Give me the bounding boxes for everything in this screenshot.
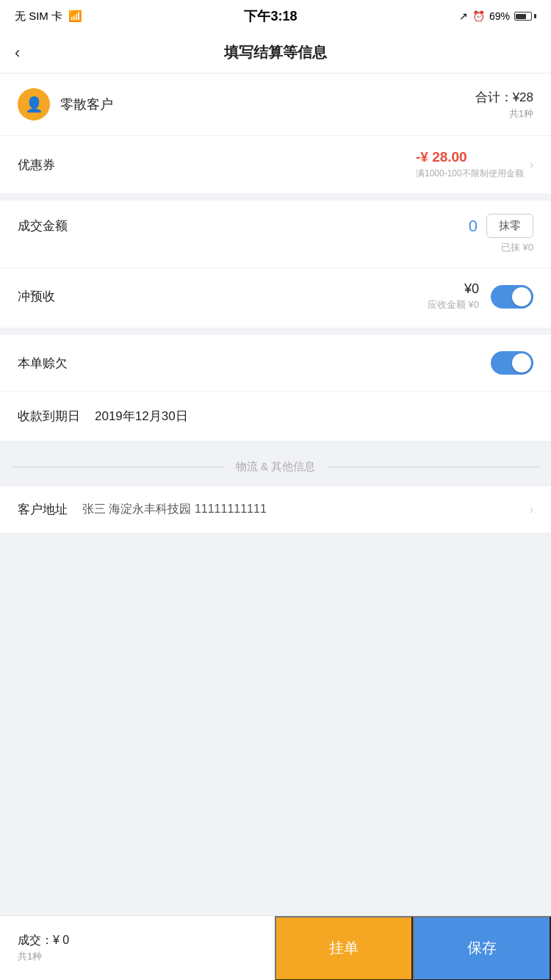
pre-collection-label: 冲预收 [18,288,55,305]
pre-collection-amounts: ¥0 应收金额 ¥0 [428,281,479,311]
bottom-deal-amount: 成交：¥ 0 [18,933,257,948]
bottom-summary: 成交：¥ 0 共1种 [0,933,275,963]
logistics-label: 物流 & 其他信息 [236,460,315,474]
pre-collection-right: ¥0 应收金额 ¥0 [428,281,533,311]
due-date-value: 2019年12月30日 [95,408,188,425]
location-icon: ↗ [459,10,468,22]
already-rounded-label: 已抹 ¥0 [18,241,533,254]
pre-collection-row: 冲预收 ¥0 应收金额 ¥0 [0,267,551,328]
transaction-label: 成交金额 [18,217,68,234]
address-label: 客户地址 [18,501,68,518]
coupon-chevron-icon: › [530,158,533,171]
transaction-card: 成交金额 抹零 已抹 ¥0 冲预收 ¥0 应收金额 ¥0 [0,201,551,328]
time-label: 下午3:18 [244,7,297,25]
alarm-icon: ⏰ [472,10,485,22]
round-zero-button[interactable]: 抹零 [486,214,533,238]
battery-icon [514,12,536,21]
debt-label: 本单赊欠 [18,355,68,372]
coupon-description: 满1000-100不限制使用金额 [416,167,524,180]
status-bar: 无 SIM 卡 📶 下午3:18 ↗ ⏰ 69% [0,0,551,32]
pre-collection-sub: 应收金额 ¥0 [428,298,479,311]
due-date-label: 收款到期日 [18,408,80,425]
customer-left: 👤 零散客户 [18,88,113,120]
total-count: 共1种 [475,107,533,120]
debt-card: 本单赊欠 收款到期日 2019年12月30日 [0,335,551,441]
address-value: 张三 海淀永丰科技园 11111111111 [82,502,530,517]
logistics-divider: 物流 & 其他信息 [0,448,551,486]
pre-collection-toggle[interactable] [491,285,533,309]
transaction-amount-input[interactable] [276,217,478,236]
customer-card: 👤 零散客户 合计：¥28 共1种 优惠券 -¥ 28.00 满1000-100… [0,73,551,193]
debt-toggle-knob [512,353,531,372]
logistics-line-right [327,466,539,467]
coupon-right: -¥ 28.00 满1000-100不限制使用金额 › [416,149,533,180]
page-title: 填写结算等信息 [224,43,327,62]
status-left: 无 SIM 卡 📶 [15,10,82,24]
battery-percent: 69% [489,10,510,22]
pre-collection-main: ¥0 [428,281,479,297]
transaction-amount-row: 成交金额 抹零 已抹 ¥0 [0,201,551,267]
address-row[interactable]: 客户地址 张三 海淀永丰科技园 11111111111 › [0,486,551,533]
address-chevron-icon: › [530,503,533,516]
debt-row: 本单赊欠 [0,335,551,391]
coupon-discount: -¥ 28.00 [416,149,524,165]
customer-summary: 合计：¥28 共1种 [475,89,533,120]
debt-toggle[interactable] [491,351,533,375]
pending-button[interactable]: 挂单 [275,916,413,981]
status-right: ↗ ⏰ 69% [459,10,536,22]
bottom-bar: 成交：¥ 0 共1种 挂单 保存 [0,915,551,980]
customer-row: 👤 零散客户 合计：¥28 共1种 [0,73,551,135]
avatar: 👤 [18,88,50,120]
main-content: 👤 零散客户 合计：¥28 共1种 优惠券 -¥ 28.00 满1000-100… [0,73,551,606]
coupon-row[interactable]: 优惠券 -¥ 28.00 满1000-100不限制使用金额 › [0,135,551,193]
total-amount: 合计：¥28 [475,89,533,106]
toggle-knob [512,287,531,306]
avatar-icon: 👤 [25,96,43,113]
wifi-icon: 📶 [68,10,82,23]
logistics-card: 物流 & 其他信息 客户地址 张三 海淀永丰科技园 11111111111 › [0,448,551,533]
carrier-label: 无 SIM 卡 [15,10,62,24]
save-button[interactable]: 保存 [413,916,551,981]
customer-name: 零散客户 [60,96,113,113]
coupon-label: 优惠券 [18,156,55,173]
nav-bar: ‹ 填写结算等信息 [0,32,551,73]
back-button[interactable]: ‹ [15,43,20,62]
deal-label: 成交： [18,934,53,946]
transaction-right: 抹零 [276,214,533,238]
due-date-row: 收款到期日 2019年12月30日 [0,391,551,441]
logistics-line-left [12,466,224,467]
deal-amount: ¥ 0 [53,934,69,946]
bottom-count: 共1种 [18,950,257,963]
